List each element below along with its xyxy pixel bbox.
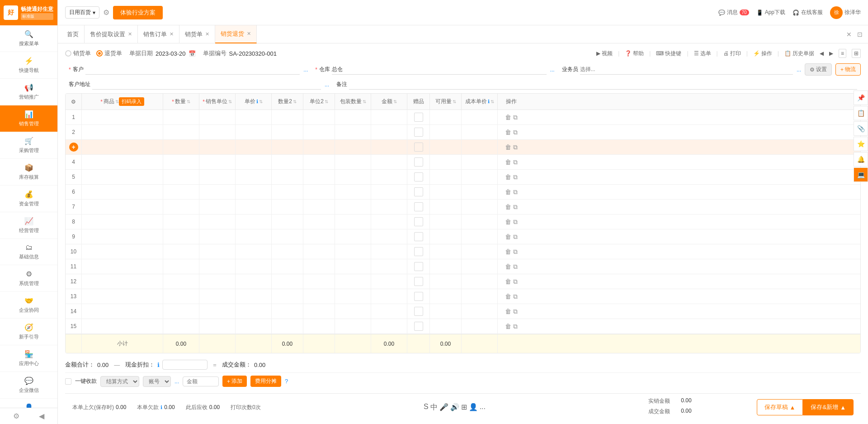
- product-input-13[interactable]: [84, 293, 161, 300]
- amount-input-13[interactable]: [373, 293, 405, 300]
- right-btn-3[interactable]: 📎: [854, 121, 868, 136]
- product-input-9[interactable]: [84, 233, 161, 240]
- right-btn-4[interactable]: ⭐: [854, 137, 868, 151]
- setting-btn[interactable]: ⚙ 设置: [805, 63, 832, 76]
- action-print[interactable]: 🖨 打印: [723, 50, 741, 57]
- qty-input-6[interactable]: [165, 189, 197, 195]
- pkgqty-input-4[interactable]: [337, 159, 369, 165]
- gift-checkbox-10[interactable]: [414, 247, 423, 256]
- costprice-input-14[interactable]: [463, 308, 495, 314]
- action-shortcut[interactable]: ⌨ 快捷键: [656, 50, 681, 57]
- qty-sort-icon[interactable]: ⇅: [187, 99, 190, 104]
- pkgqty-input-6[interactable]: [337, 189, 369, 195]
- save-draft-btn[interactable]: 保存草稿 ▲: [757, 399, 803, 415]
- product-input-8[interactable]: [84, 219, 161, 225]
- pkgqty-input-11[interactable]: [337, 263, 369, 270]
- qty-input-7[interactable]: [165, 204, 197, 210]
- sidebar-item-search[interactable]: 🔍 搜索菜单: [0, 25, 57, 52]
- price-input-4[interactable]: [237, 159, 269, 165]
- copy-icon[interactable]: ⧉: [513, 308, 518, 315]
- industry-select[interactable]: 日用百货 ▾: [65, 6, 99, 19]
- online-support-btn[interactable]: 🎧 在线客服: [793, 9, 823, 16]
- delete-icon[interactable]: 🗑: [505, 248, 511, 256]
- avail-input-4[interactable]: [432, 159, 459, 165]
- qty-input-13[interactable]: [165, 293, 197, 300]
- qty2-input-3[interactable]: [274, 144, 301, 150]
- one-click-checkbox[interactable]: [65, 378, 71, 385]
- pkgqty-input-12[interactable]: [337, 278, 369, 285]
- price-input-6[interactable]: [237, 189, 269, 195]
- unit-input-3[interactable]: [201, 144, 233, 150]
- price-input-2[interactable]: [237, 129, 269, 135]
- gift-checkbox-14[interactable]: [414, 307, 423, 316]
- qty-input-4[interactable]: [165, 159, 197, 165]
- view-table[interactable]: ≡: [839, 49, 846, 58]
- experience-btn[interactable]: 体验行业方案: [113, 6, 163, 19]
- action-video[interactable]: ▶ 视频: [596, 50, 613, 57]
- sidebar-item-wechat[interactable]: 💬 企业微信: [0, 372, 57, 399]
- product-input-12[interactable]: [84, 278, 161, 285]
- nav-next[interactable]: ▶: [829, 50, 833, 57]
- gift-checkbox-15[interactable]: [414, 322, 423, 331]
- pkgqty-input-5[interactable]: [337, 174, 369, 180]
- unit-input-10[interactable]: [201, 248, 233, 255]
- calendar-icon[interactable]: 📅: [189, 50, 196, 57]
- status-icon-5[interactable]: ⊞: [461, 403, 467, 412]
- price-input-3[interactable]: [237, 144, 269, 150]
- costprice-input-10[interactable]: [463, 248, 495, 255]
- costprice-input-11[interactable]: [463, 263, 495, 270]
- amount-input-7[interactable]: [373, 204, 405, 210]
- unit2-input-4[interactable]: [305, 159, 333, 165]
- pkgqty-input-14[interactable]: [337, 308, 369, 314]
- warehouse-expand[interactable]: ...: [550, 67, 555, 73]
- delete-icon[interactable]: 🗑: [505, 188, 511, 196]
- price-input-8[interactable]: [237, 219, 269, 225]
- costprice-input-15[interactable]: [463, 323, 495, 329]
- tab-close-sale-return[interactable]: ✕: [247, 31, 251, 37]
- delete-icon[interactable]: 🗑: [505, 173, 511, 181]
- action-operation[interactable]: ⚡ 操作: [753, 50, 772, 57]
- product-input-6[interactable]: [84, 189, 161, 195]
- sidebar-item-inventory[interactable]: 📦 库存核算: [0, 159, 57, 186]
- avail-input-13[interactable]: [432, 293, 459, 300]
- pkgqty-input-3[interactable]: [337, 144, 369, 150]
- avail-input-6[interactable]: [432, 189, 459, 195]
- costprice-input-1[interactable]: [463, 114, 495, 120]
- qty-input-3[interactable]: [165, 144, 197, 150]
- product-input-14[interactable]: [84, 308, 161, 314]
- delete-icon[interactable]: 🗑: [505, 323, 511, 330]
- amount-sort-icon[interactable]: ⇅: [393, 99, 397, 104]
- avail-input-3[interactable]: [432, 144, 459, 150]
- amount-input-3[interactable]: [373, 144, 405, 150]
- product-input-7[interactable]: [84, 204, 161, 210]
- price-sort-icon[interactable]: ⇅: [259, 99, 263, 104]
- pkgqty-input-13[interactable]: [337, 293, 369, 300]
- copy-icon[interactable]: ⧉: [513, 233, 518, 241]
- unit-input-9[interactable]: [201, 233, 233, 240]
- qty2-input-12[interactable]: [274, 278, 301, 285]
- qty-input-2[interactable]: [165, 129, 197, 135]
- gift-checkbox-13[interactable]: [414, 292, 423, 301]
- copy-icon[interactable]: ⧉: [513, 263, 518, 271]
- qty2-input-7[interactable]: [274, 204, 301, 210]
- unit2-input-14[interactable]: [305, 308, 333, 314]
- delete-icon[interactable]: 🗑: [505, 293, 511, 300]
- right-btn-1[interactable]: 📌: [854, 91, 868, 105]
- product-input-5[interactable]: [84, 174, 161, 180]
- sidebar-item-apps[interactable]: 🏪 应用中心: [0, 345, 57, 372]
- avail-input-1[interactable]: [432, 114, 459, 120]
- copy-icon[interactable]: ⧉: [513, 203, 518, 211]
- qty2-input-10[interactable]: [274, 248, 301, 255]
- gift-checkbox-7[interactable]: [414, 202, 423, 211]
- price-input-14[interactable]: [237, 308, 269, 314]
- qty2-input-5[interactable]: [274, 174, 301, 180]
- amount-input-11[interactable]: [373, 263, 405, 270]
- discount-input[interactable]: [162, 360, 208, 370]
- maximize-icon[interactable]: ⊡: [855, 29, 864, 40]
- delete-icon[interactable]: 🗑: [505, 233, 511, 241]
- unit2-input-1[interactable]: [305, 114, 333, 120]
- price-input-13[interactable]: [237, 293, 269, 300]
- pkgqty-input-1[interactable]: [337, 114, 369, 120]
- unit2-input-15[interactable]: [305, 323, 333, 329]
- tab-close-sale-out[interactable]: ✕: [205, 31, 209, 37]
